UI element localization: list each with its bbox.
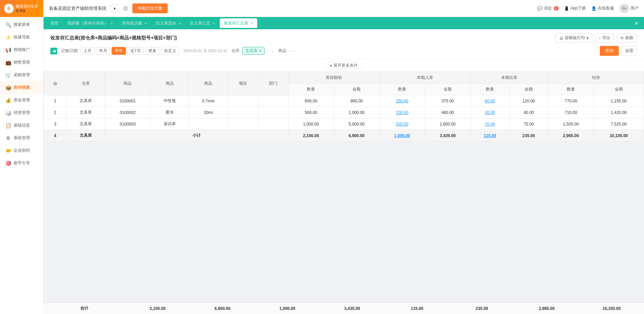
subtotal-in-qty[interactable]: 1,000.00 — [379, 130, 425, 142]
tab-receive-summary[interactable]: 收发存汇总表 ✕ — [220, 18, 257, 28]
message-badge: 6 — [554, 6, 559, 11]
download-icon: 📱 — [564, 6, 569, 11]
system-dropdown[interactable]: ▾ — [111, 4, 119, 13]
print-chevron: ▾ — [587, 36, 589, 40]
sidebar-item-quick-nav[interactable]: ⚡ 快捷导航 — [0, 31, 43, 44]
sales-icon: 💼 — [5, 60, 11, 65]
col-settings-header[interactable]: ⚙ — [44, 72, 67, 95]
sidebar-item-enterprise[interactable]: 🤝 企业协同 — [0, 144, 43, 157]
row2-code: 0100002 — [105, 107, 150, 118]
date-btn-more[interactable]: 更多 — [145, 47, 160, 55]
user-btn[interactable]: Ea 用户 — [620, 4, 639, 13]
query-btn[interactable]: 查询 — [600, 46, 619, 56]
row1-in-qty[interactable]: 250.00 — [379, 95, 425, 107]
sidebar-item-search[interactable]: 🔍 搜索菜单 — [0, 18, 43, 31]
goods-label: 商品 — [278, 48, 286, 54]
date-label: 记账日期 — [61, 48, 78, 54]
date-btn-last-7[interactable]: 近7天 — [127, 47, 144, 55]
tab-batch-label: 库存批次账 — [122, 20, 142, 26]
sidebar-item-basic-info[interactable]: 📋 基础信息 — [0, 119, 43, 132]
row3-out-qty[interactable]: 15.00 — [470, 118, 509, 130]
goods-filter: 商品 ··· — [278, 48, 296, 54]
page-actions: 🖨 按模板打印 ▾ ↑ 导出 ↻ 刷新 — [556, 33, 637, 43]
basic-info-icon: 📋 — [5, 123, 11, 128]
col-department-header: 部门 — [258, 72, 288, 95]
tab-flow-close[interactable]: ✕ — [178, 21, 181, 25]
system-icon: ⚙ — [5, 135, 11, 141]
table-header-row-1: ⚙ 仓库 商品 商品 商品 项目 部门 库存期初 本期入库 本期出库 结存 — [44, 72, 644, 84]
tab-batch-close[interactable]: ✕ — [144, 21, 147, 25]
date-btn-last-month[interactable]: 上月 — [80, 47, 95, 55]
date-btn-this-year[interactable]: 本年 — [112, 47, 126, 55]
expand-more-btn[interactable]: ▾ 展开更多条件 — [326, 62, 362, 69]
app-download-btn[interactable]: 📱 App下载 — [564, 5, 586, 11]
row3-in-qty[interactable]: 520.00 — [379, 118, 425, 130]
date-btn-this-month[interactable]: 本月 — [96, 47, 110, 55]
search-icon: 🔍 — [5, 22, 11, 28]
expand-more-label: 展开更多条件 — [333, 63, 358, 68]
subtotal-out-amt: 235.00 — [509, 130, 548, 142]
export-icon: ↑ — [599, 36, 601, 40]
warehouse-tag-close[interactable]: ✕ — [259, 49, 262, 53]
sidebar-item-purchase[interactable]: 🛒 采购管理 — [0, 69, 43, 81]
refresh-label: 刷新 — [625, 35, 633, 41]
table-settings-icon[interactable]: ⚙ — [53, 81, 57, 86]
col-out-qty-header: 数量 — [470, 84, 509, 95]
row3-name: 采访本 — [150, 118, 189, 130]
warehouse-label: 仓库 — [231, 48, 240, 54]
sidebar-item-operations[interactable]: 📊 经营管理 — [0, 106, 43, 119]
expand-more-bar: ▾ 展开更多条件 — [44, 60, 644, 72]
date-btn-custom[interactable]: 自定义 — [161, 47, 179, 55]
tab-flow-label: 出入库流水 — [156, 20, 176, 26]
online-service-btn[interactable]: 👤 在线客服 — [591, 5, 614, 11]
print-icon: 🖨 — [559, 36, 563, 40]
sidebar-item-newbie[interactable]: 🎯 新手引导 — [0, 157, 43, 169]
print-btn[interactable]: 🖨 按模板打印 ▾ — [556, 33, 592, 43]
subtotal-out-qty[interactable]: 115.00 — [470, 130, 509, 142]
refresh-btn[interactable]: ↻ 刷新 — [617, 33, 637, 43]
sidebar-item-system[interactable]: ⚙ 系统管理 — [0, 132, 43, 144]
settings-icon-topbar[interactable]: ⚙ — [123, 5, 128, 12]
message-btn[interactable]: 💬 消息 6 — [537, 5, 559, 11]
table-row: 3 文具库 0100003 采访本 1,000.00 5,000.00 520.… — [44, 118, 644, 130]
row1-in-amt: 375.00 — [425, 95, 470, 107]
app-download-label: App下载 — [571, 5, 586, 11]
col-opening-header: 库存期初 — [288, 72, 379, 84]
export-btn[interactable]: ↑ 导出 — [595, 33, 614, 43]
tab-inventory-dist[interactable]: 现存量（库存分布表） ✕ — [63, 18, 117, 28]
warehouse-tag-value: 文具库 — [245, 48, 258, 54]
row1-bal-amt: 1,155.00 — [594, 95, 644, 107]
col-out-header: 本期出库 — [470, 72, 548, 84]
row2-in-qty[interactable]: 230.00 — [379, 107, 425, 118]
experience-btn[interactable]: 体验行业方案 — [132, 3, 168, 13]
subtotal-no: 4 — [44, 130, 67, 142]
row2-in-amt: 460.00 — [425, 107, 470, 118]
col-goods-spec-header: 商品 — [189, 72, 228, 95]
sidebar-item-marketing[interactable]: 📢 营销推广 — [0, 44, 43, 56]
tab-summary[interactable]: 出入库汇总 ✕ — [186, 18, 219, 28]
sidebar-item-finance[interactable]: 💰 资金管理 — [0, 94, 43, 106]
sidebar-item-sales[interactable]: 💼 销售管理 — [0, 56, 43, 69]
row3-in-amt: 2,600.00 — [425, 118, 470, 130]
row2-out-qty[interactable]: 20.00 — [470, 107, 509, 118]
sidebar-label-newbie: 新手引导 — [14, 160, 30, 166]
tab-batch[interactable]: 库存批次账 ✕ — [118, 18, 151, 28]
tab-home[interactable]: 首页 — [46, 18, 63, 28]
total-open-amt: 6,900.00 — [190, 306, 255, 311]
filter-expand-btn[interactable]: ◀ — [50, 48, 57, 54]
warehouse-tag[interactable]: 文具库 ✕ — [242, 47, 265, 55]
goods-more-btn[interactable]: ··· — [289, 48, 296, 54]
total-label: 合计 — [44, 305, 125, 311]
row1-name: 中性笔 — [150, 95, 189, 107]
row1-out-qty[interactable]: 80.00 — [470, 95, 509, 107]
warehouse-more-btn[interactable]: ··· — [267, 48, 274, 54]
tab-receive-summary-close[interactable]: ✕ — [250, 21, 253, 25]
filter-settings-btn[interactable]: 设置 — [622, 46, 637, 56]
tab-close-all[interactable]: ✕ — [631, 20, 641, 27]
date-filter-section: 记账日期 上月 本月 本年 近7天 更多 自定义 2023-01-01 至 20… — [61, 47, 227, 55]
tab-inventory-dist-close[interactable]: ✕ — [110, 21, 113, 25]
tab-flow[interactable]: 出入库流水 ✕ — [152, 18, 185, 28]
sidebar-item-inventory[interactable]: 📦 库存核算 — [0, 81, 43, 94]
tab-summary-close[interactable]: ✕ — [212, 21, 215, 25]
logo-icon: 6 — [4, 4, 14, 13]
